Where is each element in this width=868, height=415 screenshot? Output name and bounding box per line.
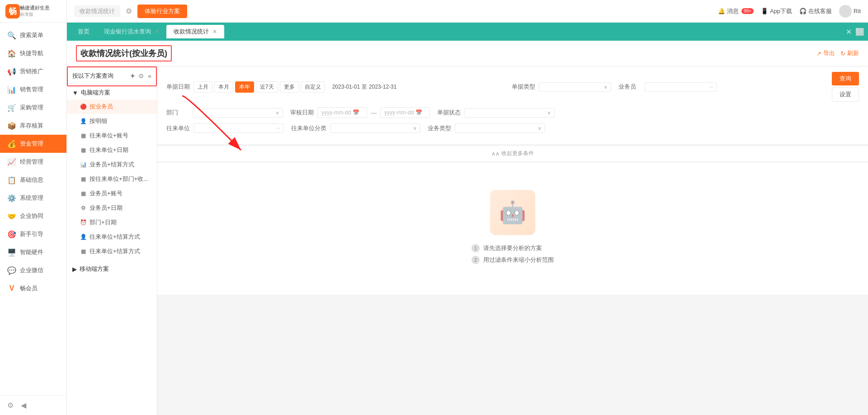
sidebar-item-business[interactable]: 📈 经营管理 [0, 153, 66, 171]
date-tab-prev-month[interactable]: 上月 [193, 81, 212, 93]
partner-more[interactable]: ··· [276, 126, 280, 131]
user-avatar[interactable]: Rit [839, 5, 861, 18]
sales-icon: 📊 [7, 85, 16, 94]
content-wrapper: 按以下方案查询 + ⚙ « ▼ 电脑端方案 🔴 按业务员 [67, 66, 868, 415]
scheme-item-partner-settle2[interactable]: ▦ 往来单位+结算方式 [67, 244, 157, 259]
dept-label: 部门 [166, 108, 189, 117]
salesperson-select[interactable]: ··· [645, 82, 717, 92]
scheme-item-salesperson-date[interactable]: ⚙ 业务员+日期 [67, 201, 157, 215]
online-service-item[interactable]: 🎧 在线客服 [799, 7, 832, 15]
review-date-to[interactable]: yyyy-mm-dd 📅 [380, 107, 430, 118]
top-header: 收款情况统计 ⚙ 体验行业方案 🔔 消息 99+ 📱 App下载 🎧 在线客服 … [67, 0, 868, 23]
sidebar-item-member[interactable]: V 畅会员 [0, 279, 66, 297]
main-content: 收款情况统计(按业务员) ↗ 导出 ↻ 刷新 按以下方案查询 + ⚙ « [67, 41, 868, 415]
scheme-item-partner-settle1[interactable]: 👤 往来单位+结算方式 [67, 230, 157, 244]
header-breadcrumb: 收款情况统计 [74, 5, 120, 17]
sidebar-item-enterprise[interactable]: 🤝 企业协同 [0, 207, 66, 225]
tab-collection-stats[interactable]: 收款情况统计 ✕ [166, 25, 224, 38]
trial-btn[interactable]: 体验行业方案 [137, 5, 187, 18]
tab-close-all-icon[interactable]: ✕ [846, 28, 852, 36]
sidebar-item-wechat[interactable]: 💬 企业微信 [0, 261, 66, 279]
salesperson-label: 业务员 [618, 83, 641, 91]
review-date-from[interactable]: yyyy-mm-dd 📅 [317, 107, 367, 118]
filter-row-3: 往来单位 ··· 往来单位分类 ∨ 业务类型 [166, 123, 859, 133]
scheme-item-dept-date[interactable]: ⏰ 部门+日期 [67, 215, 157, 230]
app-download-item[interactable]: 📱 App下载 [761, 7, 792, 15]
tab-home[interactable]: 首页 [71, 25, 97, 38]
sidebar-item-quick-nav[interactable]: 🏠 快捷导航 [0, 44, 66, 62]
notifications-item[interactable]: 🔔 消息 99+ [718, 7, 754, 15]
biz-type-select[interactable]: ∨ [455, 123, 545, 133]
filter-date-item: 单据日期 上月 本月 本年 近7天 更多 自定义 2023-01-01 至 [166, 81, 396, 93]
date-tab-more[interactable]: 更多 [280, 81, 299, 93]
biz-type-label: 业务类型 [428, 124, 451, 132]
notifications-label: 消息 [727, 7, 739, 15]
mobile-scheme-group-title[interactable]: ▶ 移动端方案 [67, 262, 157, 276]
app-download-label: App下载 [770, 7, 792, 15]
scheme-item-by-salesperson[interactable]: 🔴 按业务员 [67, 99, 157, 114]
sidebar-label-business: 经营管理 [20, 158, 43, 166]
scheme-item-partner-date[interactable]: ▦ 往来单位+日期 [67, 143, 157, 157]
query-btn[interactable]: 查询 [832, 72, 859, 85]
sidebar-item-finance[interactable]: 💰 资金管理 [0, 135, 66, 153]
online-service-label: 在线客服 [808, 7, 832, 15]
doc-status-select[interactable]: ∨ [464, 108, 555, 118]
tab-maximize-icon[interactable]: ⬜ [855, 28, 864, 36]
empty-robot-illustration: 🤖 [490, 190, 535, 235]
sidebar-item-hardware[interactable]: 🖥️ 智能硬件 [0, 243, 66, 261]
scheme-item-by-detail[interactable]: 👤 按明细 [67, 114, 157, 128]
sidebar-item-system[interactable]: ⚙️ 系统管理 [0, 189, 66, 207]
sidebar-item-search-menu[interactable]: 🔍 搜索菜单 [0, 26, 66, 44]
inventory-icon: 📦 [7, 121, 16, 130]
sidebar-item-inventory[interactable]: 📦 库存核算 [0, 117, 66, 135]
refresh-btn[interactable]: ↻ 刷新 [840, 49, 859, 57]
scheme-item-salesperson-settle[interactable]: 📊 业务员+结算方式 [67, 157, 157, 172]
date-tab-custom[interactable]: 自定义 [301, 81, 325, 93]
dept-chevron: ∨ [276, 110, 279, 115]
tab-bank-flow[interactable]: 现金银行流水查询 ✕ [97, 25, 166, 38]
date-separator: — [371, 109, 377, 116]
scheme-settings-icon[interactable]: ⚙ [138, 72, 144, 80]
collapse-bar[interactable]: ∧∧ 收起更多条件 [157, 146, 868, 161]
wechat-icon: 💬 [7, 266, 16, 275]
add-scheme-icon[interactable]: + [131, 72, 135, 80]
date-tab-this-month[interactable]: 本月 [214, 81, 233, 93]
sidebar-label-search-menu: 搜索菜单 [20, 31, 43, 39]
sidebar-item-sales[interactable]: 📊 销售管理 [0, 80, 66, 99]
date-range: 2023-01-01 至 2023-12-31 [332, 83, 397, 91]
calendar-to-icon[interactable]: 📅 [415, 109, 422, 116]
service-icon: 🎧 [799, 8, 807, 14]
sidebar-item-basic[interactable]: 📋 基础信息 [0, 171, 66, 189]
settings-filter-btn[interactable]: 设置 [832, 87, 859, 102]
scheme-item-salesperson-account[interactable]: ▦ 业务员+账号 [67, 186, 157, 201]
step-1-num: 1 [472, 244, 480, 252]
tab-collection-stats-close[interactable]: ✕ [212, 28, 217, 35]
sidebar-item-purchase[interactable]: 🛒 采购管理 [0, 99, 66, 117]
filter-doc-type-item: 单据类型 ∨ [512, 82, 611, 92]
partner-category-select[interactable]: ∨ [330, 123, 420, 133]
logo-area: 畅 畅捷通好生意 标准版 [0, 0, 66, 23]
header-settings-icon[interactable]: ⚙ [126, 7, 132, 15]
settings-bottom-icon[interactable]: ⚙ [7, 401, 14, 410]
sidebar-item-guide[interactable]: 🎯 新手引导 [0, 225, 66, 243]
tab-bank-flow-close[interactable]: ✕ [155, 28, 159, 35]
sidebar-label-quick-nav: 快捷导航 [20, 49, 43, 57]
doc-type-select[interactable]: ∨ [539, 82, 611, 92]
export-btn[interactable]: ↗ 导出 [816, 49, 835, 57]
scheme-label-salesperson-date: 业务员+日期 [90, 204, 123, 212]
salesperson-account-icon: ▦ [80, 190, 87, 197]
partner-select[interactable]: ··· [193, 123, 284, 133]
scheme-item-partner-dept-collect[interactable]: ▦ 按往来单位+部门+收... [67, 172, 157, 186]
header-right: 🔔 消息 99+ 📱 App下载 🎧 在线客服 Rit [718, 5, 861, 18]
calendar-from-icon[interactable]: 📅 [353, 109, 359, 116]
scheme-item-partner-account[interactable]: ▦ 往来单位+账号 [67, 128, 157, 143]
left-panel-header: 按以下方案查询 + ⚙ « [67, 66, 157, 84]
date-tab-last-7days[interactable]: 近7天 [256, 81, 278, 93]
scheme-label-partner-settle2: 往来单位+结算方式 [90, 247, 140, 255]
desktop-scheme-group-title[interactable]: ▼ 电脑端方案 [67, 86, 157, 99]
collapse-panel-icon[interactable]: « [148, 72, 151, 80]
dept-select[interactable]: ∨ [193, 108, 283, 118]
date-tab-this-year[interactable]: 本年 [235, 81, 254, 93]
collapse-sidebar-icon[interactable]: ◀ [21, 401, 26, 410]
sidebar-item-marketing[interactable]: 📢 营销推广 [0, 62, 66, 80]
